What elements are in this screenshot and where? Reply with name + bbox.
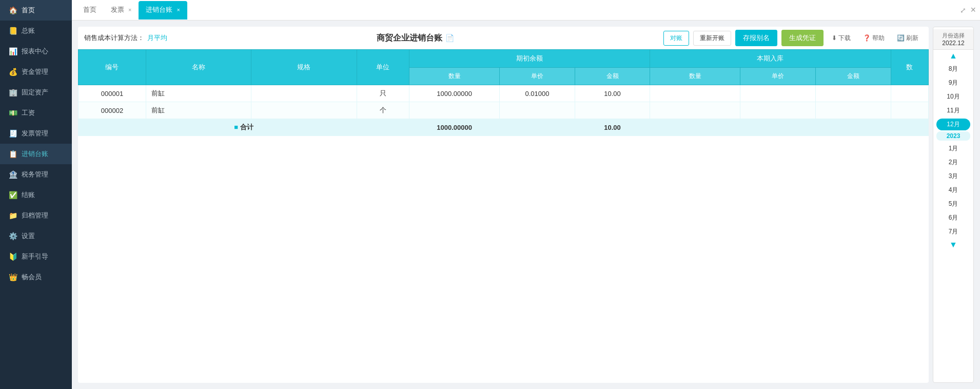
help-button[interactable]: ❓ 帮助 bbox=[859, 32, 889, 45]
sidebar-item-label: 首页 bbox=[22, 6, 35, 15]
archive-icon: 📁 bbox=[8, 211, 17, 220]
month-item-10[interactable]: 10月 bbox=[933, 90, 973, 104]
row2-unit: 个 bbox=[357, 102, 409, 119]
page-title-area: 商贸企业进销台账 📄 bbox=[167, 33, 663, 44]
salary-icon: 💵 bbox=[8, 108, 17, 118]
settings-icon: ⚙️ bbox=[8, 231, 17, 241]
month-prev-button[interactable]: ▲ bbox=[933, 50, 973, 62]
row1-opening-price: 0.01000 bbox=[500, 85, 575, 102]
invoice-mgmt-icon: 🧾 bbox=[8, 129, 17, 138]
download-icon: ⬇ bbox=[832, 34, 837, 42]
total-row: ■ 合计 1000.00000 10.00 bbox=[79, 119, 929, 136]
col-code: 编号 bbox=[79, 50, 146, 85]
sidebar-item-label: 畅会员 bbox=[22, 273, 42, 282]
sidebar-item-label: 归档管理 bbox=[22, 211, 48, 220]
sidebar-item-tax[interactable]: 🏦 税务管理 bbox=[0, 164, 72, 185]
sidebar-item-invoice-mgmt[interactable]: 🧾 发票管理 bbox=[0, 123, 72, 144]
settlement-icon: ✅ bbox=[8, 190, 17, 200]
guide-icon: 🔰 bbox=[8, 252, 17, 261]
month-item-2023-7[interactable]: 7月 bbox=[933, 225, 973, 239]
page-area: 销售成本计算方法： 月平均 商贸企业进销台账 📄 对账 重新开账 存报别名 生成… bbox=[72, 21, 980, 389]
month-item-2023-4[interactable]: 4月 bbox=[933, 183, 973, 197]
month-panel-header: 月份选择 2022.12 bbox=[933, 29, 973, 50]
reopen-button[interactable]: 重新开账 bbox=[693, 31, 731, 46]
download-button[interactable]: ⬇ 下载 bbox=[828, 32, 855, 45]
row1-unit: 只 bbox=[357, 85, 409, 102]
sidebar-item-settlement[interactable]: ✅ 结账 bbox=[0, 185, 72, 205]
sidebar-item-label: 新手引导 bbox=[22, 252, 48, 261]
sidebar-item-vip[interactable]: 👑 畅会员 bbox=[0, 267, 72, 287]
assets-icon: 🏢 bbox=[8, 88, 17, 97]
col-unit: 单位 bbox=[357, 50, 409, 85]
row1-inbound-qty bbox=[650, 85, 740, 102]
ledger-icon: 📒 bbox=[8, 26, 17, 35]
cost-method-value: 月平均 bbox=[147, 33, 167, 43]
sidebar-item-reports[interactable]: 📊 报表中心 bbox=[0, 41, 72, 62]
sidebar-item-archive[interactable]: 📁 归档管理 bbox=[0, 205, 72, 226]
row1-spec bbox=[251, 85, 357, 102]
generate-button[interactable]: 生成凭证 bbox=[781, 30, 824, 46]
total-inbound-price bbox=[740, 119, 816, 136]
sidebar-item-guide[interactable]: 🔰 新手引导 bbox=[0, 246, 72, 267]
total-opening-qty: 1000.00000 bbox=[409, 119, 500, 136]
month-item-2023-1[interactable]: 1月 bbox=[933, 142, 973, 155]
data-table: 编号 名称 规格 单位 期初余额 本期入库 数 数量 单价 金额 数 bbox=[78, 49, 929, 383]
row1-opening-amount: 10.00 bbox=[575, 85, 650, 102]
refresh-button[interactable]: 🔄 刷新 bbox=[893, 32, 923, 45]
col-extra: 数 bbox=[891, 50, 928, 85]
sidebar: 🏠 首页 📒 总账 📊 报表中心 💰 资金管理 🏢 固定资产 💵 工资 🧾 发票… bbox=[0, 0, 72, 389]
tab-invoice[interactable]: 发票 × bbox=[104, 1, 139, 20]
sidebar-item-label: 设置 bbox=[22, 231, 35, 241]
save-as-button[interactable]: 存报别名 bbox=[735, 30, 777, 46]
row2-inbound-price bbox=[740, 102, 816, 119]
sidebar-item-settings[interactable]: ⚙️ 设置 bbox=[0, 226, 72, 246]
sidebar-item-funds[interactable]: 💰 资金管理 bbox=[0, 62, 72, 82]
month-item-2023-3[interactable]: 3月 bbox=[933, 169, 973, 183]
tab-purchase-sale-close[interactable]: × bbox=[177, 7, 180, 13]
tab-invoice-label: 发票 bbox=[111, 5, 124, 14]
month-item-2023-5[interactable]: 5月 bbox=[933, 197, 973, 211]
close-button[interactable]: × bbox=[970, 5, 976, 15]
purchase-sale-table: 编号 名称 规格 单位 期初余额 本期入库 数 数量 单价 金额 数 bbox=[78, 49, 929, 136]
help-icon: ❓ bbox=[863, 34, 871, 42]
sidebar-item-salary[interactable]: 💵 工资 bbox=[0, 103, 72, 123]
page-title: 商贸企业进销台账 📄 bbox=[377, 33, 454, 44]
tab-purchase-sale[interactable]: 进销台账 × bbox=[139, 1, 187, 20]
month-item-8[interactable]: 8月 bbox=[933, 62, 973, 76]
sidebar-item-purchase-sale[interactable]: 📋 进销台账 bbox=[0, 144, 72, 164]
month-item-11[interactable]: 11月 bbox=[933, 104, 973, 118]
cost-method-info: 销售成本计算方法： 月平均 bbox=[84, 33, 167, 43]
sidebar-item-assets[interactable]: 🏢 固定资产 bbox=[0, 82, 72, 103]
maximize-button[interactable]: ⤢ bbox=[960, 6, 966, 14]
col-opening-balance: 期初余额 bbox=[409, 50, 650, 68]
month-item-2023-2[interactable]: 2月 bbox=[933, 155, 973, 169]
month-item-9[interactable]: 9月 bbox=[933, 76, 973, 90]
sidebar-item-label: 报表中心 bbox=[22, 47, 48, 56]
row2-opening-amount bbox=[575, 102, 650, 119]
sidebar-item-label: 固定资产 bbox=[22, 88, 48, 97]
col-inbound-amount: 金额 bbox=[815, 68, 891, 85]
tab-invoice-close[interactable]: × bbox=[128, 7, 131, 13]
row1-code: 000001 bbox=[79, 85, 146, 102]
sidebar-item-home[interactable]: 🏠 首页 bbox=[0, 0, 72, 21]
table-row: 000001 前缸 只 1000.00000 0.01000 10.00 bbox=[79, 85, 929, 102]
funds-icon: 💰 bbox=[8, 67, 17, 76]
tab-home[interactable]: 首页 bbox=[76, 1, 104, 20]
month-item-12[interactable]: 12月 bbox=[936, 119, 970, 130]
sidebar-item-ledger[interactable]: 📒 总账 bbox=[0, 21, 72, 41]
month-next-button[interactable]: ▼ bbox=[933, 239, 973, 251]
cost-method-label: 销售成本计算方法： bbox=[84, 33, 144, 43]
title-info-icon[interactable]: 📄 bbox=[445, 34, 454, 42]
top-bar: 销售成本计算方法： 月平均 商贸企业进销台账 📄 对账 重新开账 存报别名 生成… bbox=[78, 27, 929, 49]
sidebar-item-label: 总账 bbox=[22, 26, 35, 35]
row2-spec bbox=[251, 102, 357, 119]
total-opening-amount: 10.00 bbox=[575, 119, 650, 136]
reconcile-button[interactable]: 对账 bbox=[663, 31, 689, 46]
sidebar-item-label: 资金管理 bbox=[22, 67, 48, 76]
refresh-icon: 🔄 bbox=[897, 34, 905, 42]
sidebar-item-label: 税务管理 bbox=[22, 170, 48, 179]
total-inbound-qty bbox=[650, 119, 740, 136]
vip-icon: 👑 bbox=[8, 273, 17, 282]
month-item-2023-6[interactable]: 6月 bbox=[933, 211, 973, 225]
month-panel: 月份选择 2022.12 ▲ 8月 9月 10月 11月 12月 2023 1月… bbox=[933, 27, 974, 383]
